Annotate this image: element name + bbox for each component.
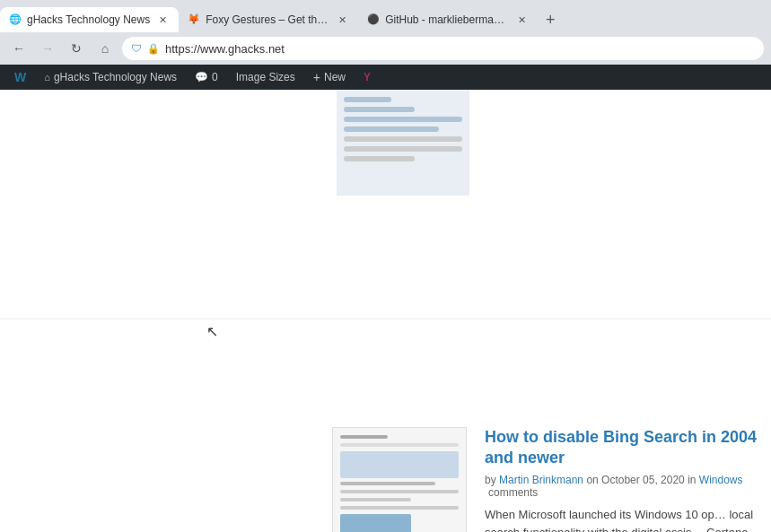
tab1-favicon: 🌐 — [9, 13, 22, 26]
page-content: removes tracking elements fre… by Ashwin… — [0, 90, 771, 532]
yoast-item[interactable]: Y — [356, 65, 378, 90]
article-item-1: removes tracking elements fre… by Ashwin… — [0, 90, 771, 319]
article2-thumbnail — [332, 427, 467, 532]
site-name-label: gHacks Technology News — [54, 71, 177, 83]
comments-item[interactable]: 💬 0 — [188, 65, 225, 90]
shield-icon: 🛡 — [131, 42, 142, 55]
article2-author[interactable]: Martin Brinkmann — [499, 474, 583, 486]
tab-ghacks[interactable]: 🌐 gHacks Technology News ✕ — [0, 7, 179, 32]
tab1-close[interactable]: ✕ — [155, 13, 170, 27]
tab1-title: gHacks Technology News — [27, 13, 150, 26]
browser-frame: 🌐 gHacks Technology News ✕ 🦊 Foxy Gestur… — [0, 0, 771, 90]
article1-thumbnail — [337, 90, 469, 196]
comments-count: 0 — [212, 71, 218, 83]
reload-button[interactable]: ↻ — [65, 37, 88, 60]
article2-categories[interactable]: Windows — [699, 474, 743, 486]
wp-toolbar: W ⌂ gHacks Technology News 💬 0 Image Siz… — [0, 65, 771, 90]
forward-button[interactable]: → — [36, 37, 59, 60]
article2-title[interactable]: How to disable Bing Search in 2004 and n… — [485, 427, 762, 469]
article2-excerpt: When Microsoft launched its Windows 10 o… — [485, 506, 762, 532]
tab-github[interactable]: ⚫ GitHub - marklieberman/foxyg… ✕ — [358, 7, 538, 32]
article-item-2: How to disable Bing Search in 2004 and n… — [332, 409, 771, 532]
home-button[interactable]: ⌂ — [93, 37, 117, 60]
new-content-item[interactable]: + New — [306, 65, 353, 90]
nav-bar: ← → ↻ ⌂ 🛡 🔒 https://www.ghacks.net — [0, 32, 771, 65]
tab2-title: Foxy Gestures – Get this Exten… — [206, 13, 329, 26]
tab2-close[interactable]: ✕ — [335, 13, 349, 27]
back-button[interactable]: ← — [7, 37, 31, 60]
tab3-favicon: ⚫ — [367, 13, 380, 26]
new-label: New — [324, 71, 346, 83]
article2-meta: by Martin Brinkmann on October 05, 2020 … — [485, 474, 762, 499]
tab2-favicon: 🦊 — [188, 13, 200, 26]
wp-logo-icon: W — [14, 70, 26, 84]
site-name-item[interactable]: ⌂ gHacks Technology News — [37, 65, 184, 90]
plus-icon: + — [313, 70, 320, 84]
article2-date: October 05, 2020 — [601, 474, 685, 486]
comment-bubble-icon: 💬 — [195, 71, 208, 83]
tab-foxy[interactable]: 🦊 Foxy Gestures – Get this Exten… ✕ — [179, 7, 358, 32]
address-bar[interactable]: 🛡 🔒 https://www.ghacks.net — [122, 37, 764, 60]
wp-logo-item[interactable]: W — [7, 65, 33, 90]
image-sizes-label: Image Sizes — [236, 71, 295, 83]
yoast-icon: Y — [364, 71, 371, 83]
tab-bar: 🌐 gHacks Technology News ✕ 🦊 Foxy Gestur… — [0, 0, 771, 32]
tab3-title: GitHub - marklieberman/foxyg… — [385, 13, 509, 26]
address-text: https://www.ghacks.net — [165, 42, 285, 56]
article2-comments[interactable]: comments — [488, 486, 538, 499]
new-tab-button[interactable]: + — [538, 7, 563, 32]
lock-icon: 🔒 — [147, 43, 160, 55]
image-sizes-item[interactable]: Image Sizes — [229, 65, 302, 90]
home-circle-icon: ⌂ — [44, 72, 50, 83]
tab3-close[interactable]: ✕ — [514, 13, 529, 27]
mouse-cursor: ↖ — [206, 323, 218, 340]
article2-content: How to disable Bing Search in 2004 and n… — [485, 427, 762, 532]
